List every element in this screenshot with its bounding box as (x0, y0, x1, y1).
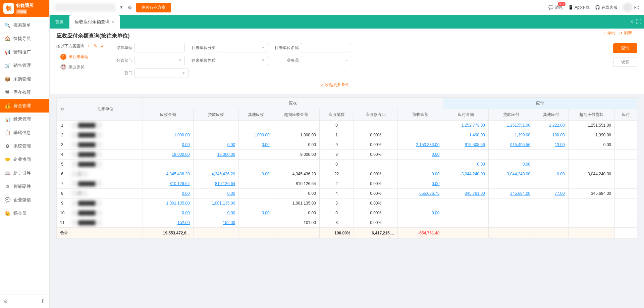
footer-ar-overdue (273, 228, 319, 238)
messages-action[interactable]: 💬 消息 99+ (548, 5, 563, 10)
sidebar-item-search[interactable]: 🔍 搜索菜单 (0, 18, 49, 32)
export-icon: ↑ (604, 31, 606, 36)
sidebar-item-sales[interactable]: 🛒 销售管理 (0, 59, 49, 72)
row-number: 9 (57, 199, 68, 208)
customer-type-label: 往来单位性质 (192, 58, 216, 63)
customer-name-cell: Z (68, 169, 143, 179)
sidebar-item-hardware[interactable]: 🖥 智能硬件 (0, 180, 49, 193)
header-settings-icon[interactable]: ⚙ (127, 4, 132, 11)
customer-name-label: 往来单位名称 (275, 45, 299, 51)
tree-item-customer[interactable]: P 按往来单位 (56, 52, 104, 62)
customer-category-label: 往来单位分类 (192, 45, 216, 51)
sidebar-item-member[interactable]: 👑 畅会员 (0, 207, 49, 220)
row-number: 1 (57, 121, 68, 130)
service-action[interactable]: 🎧 在线客服 (595, 5, 618, 10)
logo-sub: 标准版 (16, 9, 27, 14)
sidebar-settings-btn[interactable]: ⚙ (3, 298, 8, 305)
user-account[interactable]: Rit (623, 3, 639, 12)
basic-icon: 📋 (4, 129, 11, 136)
footer-ar-ratio: 100.00% (319, 228, 354, 238)
sidebar-item-purchase[interactable]: 📦 采购管理 (0, 72, 49, 86)
tab-close-icon[interactable]: × (112, 19, 114, 24)
setting-button[interactable]: 设置 (613, 57, 637, 67)
footer-ap-loan (443, 228, 488, 238)
sidebar-item-inventory[interactable]: 🏛 库存核算 (0, 86, 49, 99)
row-number: 5 (57, 160, 68, 169)
field-department: 部门 ▼ (108, 69, 189, 78)
customer-name-cell: ██████ (68, 218, 143, 228)
customer-name-cell: ██████ (68, 121, 143, 130)
tab-close-window-btn[interactable]: × (630, 19, 633, 25)
dept-input[interactable]: ▼ (135, 56, 185, 65)
table-row: 5██████00.000.00 (57, 160, 637, 169)
customer-name-cell: ██████ (68, 179, 143, 189)
tab-active[interactable]: 应收应付余额查询 × (69, 15, 120, 29)
ar-count-col: 应收笔数 (319, 109, 354, 121)
sidebar-item-guide[interactable]: 📖 新手引导 (0, 166, 49, 180)
row-number: 10 (57, 208, 68, 218)
row-number: 8 (57, 189, 68, 199)
promo-button[interactable]: 体验行业方案 (136, 3, 171, 12)
dept-dropdown: ▼ (178, 58, 182, 63)
collapse-bar[interactable]: ∧ 收起更多条件 (56, 80, 351, 90)
table-row: 10██████0.000.000.000.0000.00%0.00 (57, 208, 637, 218)
receivable-group-header: 应收 (143, 98, 443, 109)
customer-category-input[interactable]: ▼ (218, 43, 268, 52)
department-input[interactable]: ▼ (135, 69, 189, 78)
export-label: 导出 (607, 30, 615, 36)
sidebar-item-marketing[interactable]: 📢 营销推广 (0, 45, 49, 59)
sidebar-item-quicknav[interactable]: 🏠 快捷导航 (0, 32, 49, 45)
refresh-btn[interactable]: ↺ 刷新 (619, 30, 632, 36)
customer-name-input[interactable] (301, 43, 351, 52)
sidebar-item-label: 营销推广 (13, 49, 31, 55)
edit-scheme-btn[interactable]: ✎ (93, 43, 98, 49)
row-number: 7 (57, 179, 68, 189)
header-dropdown-btn[interactable]: ▼ (119, 5, 123, 10)
tree-item-salesman[interactable]: ⏰ 按业务员 (56, 62, 104, 72)
collapse-scheme-btn[interactable]: « (100, 43, 104, 49)
filter-section: 应收应付余额查询(按往来单位) 按以下方案查询 + ✎ « (50, 29, 644, 94)
sidebar-item-weixin[interactable]: 💬 企业微信 (0, 193, 49, 207)
sidebar-item-finance[interactable]: 💰 资金管理 (0, 99, 49, 113)
customer-name-cell: ██████ (68, 160, 143, 169)
inventory-icon: 🏛 (4, 89, 11, 96)
member-icon: 👑 (4, 210, 11, 217)
collapse-label: 收起更多条件 (325, 82, 349, 87)
sidebar-item-label: 系统管理 (13, 143, 31, 149)
sidebar-item-label: 畅会员 (13, 210, 26, 216)
footer-ap-total[interactable]: -654,751.40 (397, 228, 443, 238)
add-scheme-btn[interactable]: + (87, 43, 91, 49)
table-settings-col[interactable]: ⚙ (57, 98, 68, 121)
row-number: 11 (57, 218, 68, 228)
sidebar-item-system[interactable]: ⚙ 系统管理 (0, 139, 49, 153)
sidebar-item-cooperation[interactable]: 🤝 企业协同 (0, 153, 49, 166)
sidebar-nav: 🔍 搜索菜单 🏠 快捷导航 📢 营销推广 🛒 销售管理 📦 采购管理 🏛 (0, 17, 49, 295)
customer-type-input[interactable]: ▼ (218, 56, 268, 65)
sidebar-item-label: 库存核算 (13, 89, 31, 95)
export-btn[interactable]: ↑ 导出 (604, 30, 615, 36)
salesman-label: 业务员 (275, 58, 299, 63)
query-button[interactable]: 查询 (613, 43, 637, 53)
tab-home-label: 首页 (55, 19, 64, 25)
customer-name-cell: ██████ (68, 199, 143, 208)
tab-fullscreen-btn[interactable]: ⛶ (636, 19, 641, 25)
row-number: 6 (57, 169, 68, 179)
sidebar-item-management[interactable]: 📊 经营管理 (0, 113, 49, 126)
sidebar-item-label: 搜索菜单 (13, 22, 31, 28)
sidebar-collapse-btn[interactable]: ⏸ (41, 298, 46, 305)
salesman-input[interactable]: ··· (301, 56, 351, 65)
ar-amount-col: 应收金额 (143, 109, 193, 121)
cooperation-icon: 🤝 (4, 156, 11, 163)
customer-type-dropdown: ▼ (261, 58, 265, 63)
footer-ar-prepaid[interactable]: 6,417,215.... (354, 228, 397, 238)
sidebar-item-basic[interactable]: 📋 基础信息 (0, 126, 49, 139)
app-download-action[interactable]: 📱 App下载 (568, 5, 590, 10)
ap-extra-col: 应付 (614, 109, 637, 121)
page-title: 应收应付余额查询(按往来单位) (56, 33, 130, 40)
tree-salesman-label: 按业务员 (68, 64, 85, 70)
settlement-unit-input[interactable]: ··· (135, 43, 185, 52)
marketing-icon: 📢 (4, 49, 11, 55)
field-settlement-unit: 结算单位 ··· (108, 43, 185, 52)
footer-ar-total[interactable]: 19,553,472,6... (143, 228, 193, 238)
tab-home[interactable]: 首页 (50, 15, 69, 29)
